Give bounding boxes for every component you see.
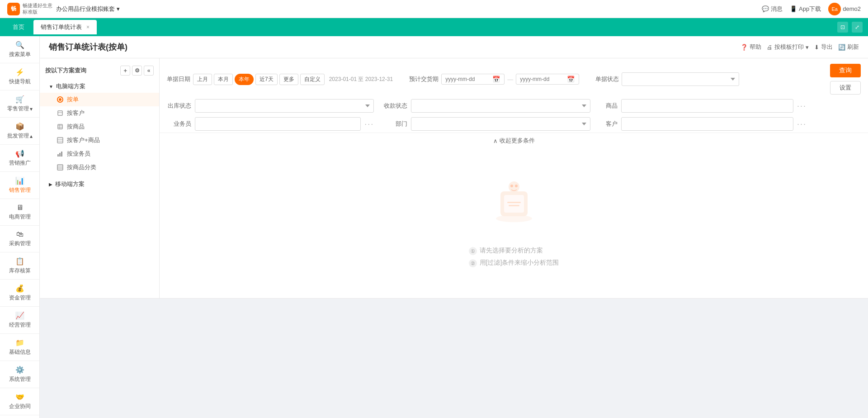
svg-rect-8 bbox=[57, 138, 63, 143]
tab-sales-order-stat[interactable]: 销售订单统计表 × bbox=[33, 20, 97, 34]
tab-fullscreen-button[interactable]: ⤢ bbox=[852, 22, 863, 33]
sidebar-item-finance[interactable]: 💰 资金管理 bbox=[0, 280, 39, 307]
help-icon: ❓ bbox=[741, 44, 748, 51]
svg-point-23 bbox=[515, 185, 518, 187]
expected-date-start-input[interactable]: 📅 bbox=[441, 74, 505, 85]
tab-restore-button[interactable]: ⊡ bbox=[837, 22, 848, 33]
tab-bar: 首页 销售订单统计表 × ⊡ ⤢ bbox=[0, 18, 868, 36]
marketing-icon: 📢 bbox=[15, 149, 24, 158]
order-status-label: 单据状态 bbox=[595, 75, 619, 83]
salesperson-input[interactable] bbox=[195, 117, 361, 131]
sidebar-item-quick-nav[interactable]: ⚡ 快捷导航 bbox=[0, 63, 39, 90]
filter-scheme-wrapper: 按以下方案查询 ＋ ⚙ « ▼ 电脑端方案 bbox=[40, 58, 868, 299]
filter-row-1: 单据日期 上月 本月 本年 近7天 更多 自定义 2023-01-01 至 20… bbox=[167, 64, 861, 95]
sidebar-item-wholesale[interactable]: 📦 批发管理 ▴ bbox=[0, 118, 39, 145]
date-btn-custom[interactable]: 自定义 bbox=[300, 74, 325, 85]
scheme-item-by-order[interactable]: 按单 bbox=[40, 93, 159, 106]
help-button[interactable]: ❓ 帮助 bbox=[741, 43, 761, 51]
collapse-bar[interactable]: ∧ 收起更多条件 bbox=[160, 133, 868, 148]
scheme-settings-button[interactable]: ⚙ bbox=[132, 66, 142, 76]
tab-home[interactable]: 首页 bbox=[5, 20, 32, 34]
message-button[interactable]: 💬 消息 bbox=[762, 5, 783, 13]
retail-icon: 🛒 bbox=[15, 95, 24, 104]
collab-icon: 🤝 bbox=[15, 393, 24, 401]
scheme-item-by-goods[interactable]: 按商品 bbox=[40, 120, 159, 133]
sidebar-item-beginner[interactable]: 🧭 新手引导 bbox=[0, 415, 39, 418]
export-button[interactable]: ⬇ 导出 bbox=[814, 43, 833, 51]
sidebar-item-inventory[interactable]: 📋 库存核算 bbox=[0, 252, 39, 280]
query-button[interactable]: 查询 bbox=[830, 64, 861, 77]
logo-text: 畅捷通好生意 标准版 bbox=[23, 3, 52, 14]
date-btn-this-year[interactable]: 本年 bbox=[235, 74, 254, 85]
app-download-button[interactable]: 📱 App下载 bbox=[790, 5, 821, 13]
purchase-icon: 🛍 bbox=[16, 230, 24, 238]
setting-button[interactable]: 设置 bbox=[830, 81, 861, 95]
scheme-item-salesperson-icon bbox=[56, 150, 64, 158]
filter-goods: 商品 ··· bbox=[599, 99, 807, 113]
sidebar-item-ecommerce[interactable]: 🖥 电商管理 bbox=[0, 199, 39, 226]
date-btn-this-month[interactable]: 本月 bbox=[214, 74, 233, 85]
scheme-collapse-button[interactable]: « bbox=[144, 66, 154, 76]
scheme-add-button[interactable]: ＋ bbox=[120, 66, 130, 76]
sidebar-item-search[interactable]: 🔍 搜索菜单 bbox=[0, 36, 39, 63]
svg-rect-4 bbox=[58, 124, 62, 129]
svg-rect-24 bbox=[507, 202, 521, 203]
filter-date-group: 单据日期 上月 本月 本年 近7天 更多 自定义 2023-01-01 至 20… bbox=[167, 74, 393, 85]
out-status-select[interactable] bbox=[195, 99, 374, 113]
sidebar-item-operations[interactable]: 📈 经营管理 bbox=[0, 307, 39, 334]
sidebar-item-enterprise-collab[interactable]: 🤝 企业协同 bbox=[0, 388, 39, 415]
workspace-selector[interactable]: 办公用品行业模拟账套 ▾ bbox=[56, 5, 120, 13]
print-dropdown-icon: ▾ bbox=[806, 44, 809, 51]
department-select[interactable] bbox=[411, 117, 590, 131]
expected-date-start-field[interactable] bbox=[445, 76, 491, 82]
sidebar: 🔍 搜索菜单 ⚡ 快捷导航 🛒 零售管理 ▾ 📦 批发管理 ▴ 📢 营销推广 bbox=[0, 36, 40, 418]
sidebar-item-base-info[interactable]: 📁 基础信息 bbox=[0, 334, 39, 361]
sidebar-item-system[interactable]: ⚙️ 系统管理 bbox=[0, 361, 39, 388]
query-setting-buttons: 查询 设置 bbox=[830, 64, 861, 95]
order-status-select[interactable] bbox=[622, 72, 739, 86]
date-btn-last-month[interactable]: 上月 bbox=[193, 74, 212, 85]
scheme-panel: 按以下方案查询 ＋ ⚙ « ▼ 电脑端方案 bbox=[40, 58, 160, 298]
scheme-item-by-customer[interactable]: 按客户 bbox=[40, 106, 159, 120]
scheme-item-by-salesperson[interactable]: 按业务员 bbox=[40, 147, 159, 161]
date-btn-more[interactable]: 更多 bbox=[279, 74, 298, 85]
goods-input[interactable] bbox=[621, 99, 793, 113]
expected-date-end-field[interactable] bbox=[520, 76, 565, 82]
inventory-icon: 📋 bbox=[15, 257, 24, 266]
salesperson-more-button[interactable]: ··· bbox=[364, 120, 374, 128]
sidebar-item-sales[interactable]: 📊 销售管理 bbox=[0, 172, 39, 199]
tab-close-button[interactable]: × bbox=[86, 24, 90, 30]
scheme-group-pc-header[interactable]: ▼ 电脑端方案 bbox=[40, 80, 159, 93]
scheme-item-circle-icon bbox=[56, 95, 64, 104]
refresh-button[interactable]: 🔄 刷新 bbox=[838, 43, 859, 51]
customer-input[interactable] bbox=[621, 117, 793, 131]
pay-status-label: 收款状态 bbox=[383, 102, 407, 110]
tab-bar-actions: ⊡ ⤢ bbox=[837, 22, 863, 33]
print-icon: 🖨 bbox=[767, 44, 773, 51]
content-area: 销售订单统计表(按单) ❓ 帮助 🖨 按模板打印 ▾ ⬇ 导出 🔄 刷新 bbox=[40, 36, 868, 418]
wholesale-icon: 📦 bbox=[15, 122, 24, 131]
expected-date-end-input[interactable]: 📅 bbox=[516, 74, 579, 85]
scheme-group-pc: ▼ 电脑端方案 按单 按客户 bbox=[40, 78, 159, 176]
date-btn-last7[interactable]: 近7天 bbox=[255, 74, 278, 85]
scheme-group-mobile-header[interactable]: ▶ 移动端方案 bbox=[40, 178, 159, 190]
sidebar-item-purchase[interactable]: 🛍 采购管理 bbox=[0, 226, 39, 252]
filter-salesperson: 业务员 ··· bbox=[167, 117, 374, 131]
out-status-label: 出库状态 bbox=[167, 102, 191, 110]
user-menu[interactable]: Ea demo2 bbox=[828, 3, 861, 15]
logo-icon: 畅 bbox=[7, 3, 20, 15]
customer-more-button[interactable]: ··· bbox=[797, 120, 807, 128]
sidebar-item-retail[interactable]: 🛒 零售管理 ▾ bbox=[0, 90, 39, 118]
goods-label: 商品 bbox=[599, 102, 618, 110]
print-button[interactable]: 🖨 按模板打印 ▾ bbox=[767, 43, 809, 51]
top-bar-left: 畅 畅捷通好生意 标准版 办公用品行业模拟账套 ▾ bbox=[7, 3, 120, 15]
pay-status-select[interactable] bbox=[411, 99, 590, 113]
filter-department: 部门 bbox=[383, 117, 590, 131]
goods-more-button[interactable]: ··· bbox=[797, 102, 807, 110]
scheme-item-cust-goods-icon bbox=[56, 136, 64, 144]
page-title: 销售订单统计表(按单) bbox=[49, 42, 127, 52]
sales-icon: 📊 bbox=[15, 176, 24, 185]
sidebar-item-marketing[interactable]: 📢 营销推广 bbox=[0, 145, 39, 172]
scheme-item-by-goods-category[interactable]: 按商品分类 bbox=[40, 161, 159, 174]
scheme-item-by-customer-goods[interactable]: 按客户+商品 bbox=[40, 133, 159, 147]
